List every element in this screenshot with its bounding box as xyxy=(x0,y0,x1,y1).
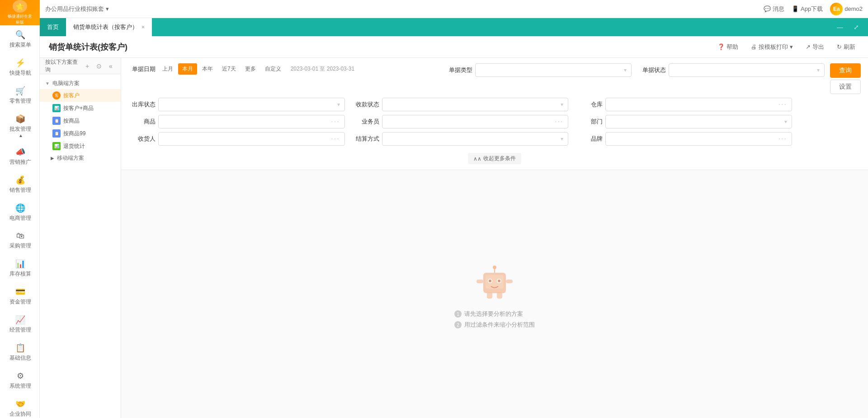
main-area: 办公用品行业模拟账套 ▾ 💬 消息 📱 App下载 Ea demo2 首页 xyxy=(40,0,868,418)
sidebar-item-ecommerce[interactable]: 🌐 电商管理 xyxy=(0,199,40,227)
avatar-text: Ea xyxy=(833,6,840,12)
salesperson-selector[interactable]: ··· xyxy=(382,115,569,128)
refresh-icon: ↻ xyxy=(837,43,842,50)
tab-expand-button[interactable]: ⤢ xyxy=(850,21,863,33)
sidebar-item-marketing[interactable]: 📣 营销推广 xyxy=(0,142,40,171)
help-button[interactable]: ❓ 帮助 xyxy=(714,41,742,53)
svg-rect-8 xyxy=(476,280,483,283)
sidebar-item-retail[interactable]: 🛒 零售管理 xyxy=(0,81,40,109)
export-button[interactable]: ↗ 导出 xyxy=(802,41,828,53)
add-scheme-button[interactable]: + xyxy=(83,62,92,71)
quick-nav-icon: ⚡ xyxy=(15,58,25,68)
department-chevron-icon: ▾ xyxy=(784,119,787,125)
sidebar-item-enterprise[interactable]: 🤝 企业协同 xyxy=(0,394,40,418)
collapse-icon: « xyxy=(109,62,113,70)
collapse-panel-button[interactable]: « xyxy=(106,62,115,71)
help-icon: ❓ xyxy=(717,43,725,50)
sidebar-item-system[interactable]: ⚙ 系统管理 xyxy=(0,366,40,394)
date-tab-more[interactable]: 更多 xyxy=(241,63,260,75)
doc-type-chevron-icon: ▾ xyxy=(624,67,627,73)
tree-item-by-customer[interactable]: 客 按客户 xyxy=(40,89,121,102)
tree-item-by-goods-99-label: 按商品99 xyxy=(63,130,85,138)
goods-selector[interactable]: ··· xyxy=(158,115,345,128)
tab-home-label: 首页 xyxy=(47,23,59,31)
doc-type-selector[interactable]: ▾ xyxy=(475,63,631,77)
settlement-selector[interactable]: ▾ xyxy=(382,132,569,146)
tab-minimize-button[interactable]: — xyxy=(834,21,846,33)
settings-scheme-button[interactable]: ⊙ xyxy=(94,62,104,71)
svg-point-4 xyxy=(489,280,491,282)
tree-group-mobile: ▶ 移动端方案 xyxy=(40,152,121,164)
tab-report[interactable]: 销货单统计表（按客户） × xyxy=(66,18,152,36)
department-selector[interactable]: ▾ xyxy=(605,115,792,128)
date-tab-custom[interactable]: 自定义 xyxy=(261,63,285,75)
doc-status-chevron-icon: ▾ xyxy=(817,67,820,73)
tab-home[interactable]: 首页 xyxy=(40,18,66,36)
print-button[interactable]: 🖨 按模板打印 ▾ xyxy=(747,41,797,53)
header-right: 💬 消息 📱 App下载 Ea demo2 xyxy=(764,3,863,15)
sidebar-item-basic[interactable]: 📋 基础信息 xyxy=(0,338,40,366)
tree-item-by-goods[interactable]: 📋 按商品 xyxy=(40,114,121,127)
export-icon: ↗ xyxy=(806,43,811,50)
sidebar-item-finance[interactable]: 💳 资金管理 xyxy=(0,282,40,310)
sidebar-item-wholesale[interactable]: 📦 批发管理 ▲ xyxy=(0,109,40,142)
tree-group-pc-header[interactable]: ▼ 电脑端方案 xyxy=(40,78,121,89)
refresh-button[interactable]: ↻ 刷新 xyxy=(833,41,859,53)
print-dropdown-icon: ▾ xyxy=(790,43,793,50)
top-header: 办公用品行业模拟账套 ▾ 💬 消息 📱 App下载 Ea demo2 xyxy=(40,0,868,18)
collapse-filter-button[interactable]: ∧∧ 收起更多条件 xyxy=(468,153,521,164)
date-tab-last-month[interactable]: 上月 xyxy=(158,63,177,75)
tab-bar-right: — ⤢ xyxy=(834,21,868,33)
receipt-status-chevron-icon: ▾ xyxy=(561,101,563,108)
tree-item-by-goods-99[interactable]: 📋 按商品99 xyxy=(40,127,121,140)
sidebar-item-inventory[interactable]: 📊 库存核算 xyxy=(0,254,40,282)
message-icon: 💬 xyxy=(764,5,771,12)
receipt-status-selector[interactable]: ▾ xyxy=(382,98,569,111)
warehouse-dots-icon: ··· xyxy=(778,100,787,109)
logo-subtitle: 标版 xyxy=(16,19,24,25)
doc-status-selector[interactable]: ▾ xyxy=(669,63,825,77)
avatar: Ea xyxy=(830,3,843,15)
user-name: demo2 xyxy=(844,5,863,12)
tree-item-return-stats[interactable]: 📊 退货统计 xyxy=(40,140,121,152)
tip-1-num: 1 xyxy=(454,310,462,318)
account-selector[interactable]: 办公用品行业模拟账套 ▾ xyxy=(45,5,109,13)
page-title: 销货单统计表(按客户) xyxy=(49,42,127,52)
out-status-selector[interactable]: ▾ xyxy=(158,98,345,111)
date-tab-this-year[interactable]: 本年 xyxy=(198,63,217,75)
query-button[interactable]: 查询 xyxy=(830,63,861,78)
tree-item-by-customer-label: 按客户 xyxy=(63,92,80,100)
customer-goods-scheme-icon: 📊 xyxy=(52,104,61,112)
out-status-chevron-icon: ▾ xyxy=(337,101,340,108)
brand-selector[interactable]: ··· xyxy=(605,132,792,146)
sidebar-item-purchase[interactable]: 🛍 采购管理 xyxy=(0,227,40,254)
app-download-button[interactable]: 📱 App下载 xyxy=(792,5,823,13)
consignee-dots-icon: ··· xyxy=(331,135,340,143)
consignee-selector[interactable]: ··· xyxy=(158,132,345,146)
user-profile[interactable]: Ea demo2 xyxy=(830,3,863,15)
tree-group-mobile-header[interactable]: ▶ 移动端方案 xyxy=(40,152,121,164)
department-label: 部门 xyxy=(576,118,603,126)
settings-button[interactable]: 设置 xyxy=(830,80,861,94)
date-tab-last-7[interactable]: 近7天 xyxy=(218,63,240,75)
sidebar-item-label: 库存核算 xyxy=(9,270,31,278)
sidebar-item-search[interactable]: 🔍 搜索菜单 xyxy=(0,25,40,53)
sidebar-item-label: 搜索菜单 xyxy=(9,41,31,49)
sidebar-item-quick-nav[interactable]: ⚡ 快捷导航 xyxy=(0,53,40,81)
svg-rect-11 xyxy=(497,292,502,299)
return-stats-scheme-icon: 📊 xyxy=(52,142,61,150)
chevron-up-icon: ▲ xyxy=(19,133,23,138)
tab-close-icon[interactable]: × xyxy=(142,24,145,30)
customer-scheme-icon: 客 xyxy=(52,91,61,100)
sidebar-item-label: 营销推广 xyxy=(9,158,31,166)
logo-icon: 🌟 xyxy=(13,0,27,13)
sidebar-item-sales[interactable]: 💰 销售管理 xyxy=(0,171,40,199)
message-button[interactable]: 💬 消息 xyxy=(764,5,784,13)
warehouse-selector[interactable]: ··· xyxy=(605,98,792,111)
tree-item-by-customer-goods[interactable]: 📊 按客户+商品 xyxy=(40,102,121,114)
doc-type-label: 单据类型 xyxy=(445,66,472,74)
sidebar-logo[interactable]: 🌟 畅捷通好生意 标版 xyxy=(0,0,40,25)
print-icon: 🖨 xyxy=(751,43,757,50)
sidebar-item-operations[interactable]: 📈 经营管理 xyxy=(0,310,40,338)
date-tab-this-month[interactable]: 本月 xyxy=(178,63,197,75)
